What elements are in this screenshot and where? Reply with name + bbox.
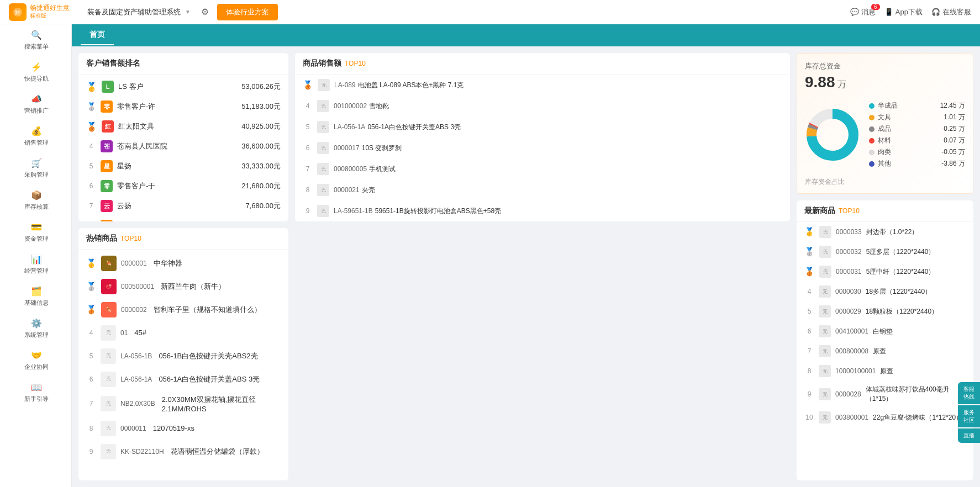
product-img: 无	[819, 325, 831, 337]
medal-icon: 🥇	[86, 258, 97, 268]
product-image: 无	[101, 348, 116, 364]
hot-products-header: 热销商品 TOP10	[78, 228, 288, 250]
product-image: 无	[101, 444, 116, 459]
sidebar-item-finance[interactable]: 💳 资金管理	[0, 216, 71, 248]
top-product-row: 4 无 001000002雪地靴	[295, 96, 790, 117]
product-code: 01	[120, 329, 128, 337]
product-img: 无	[317, 163, 329, 175]
nav-home[interactable]: 首页	[81, 25, 114, 45]
sales-icon: 💰	[31, 126, 42, 136]
product-img: 无	[819, 345, 831, 357]
hotline-button[interactable]: 客服热线	[958, 382, 980, 404]
product-name: 12070519-xs	[153, 424, 281, 432]
customer-name: 星扬	[117, 161, 237, 171]
sidebar-item-cooperation[interactable]: 🤝 企业协同	[0, 345, 71, 377]
hot-product-row: 🥈 🥩 000500001 新西兰牛肉（新牛）	[78, 275, 288, 298]
new-product-row: 4 无 0000030 18多层（1220*2440）	[797, 282, 973, 301]
medal-icon: 🥈	[86, 282, 97, 292]
hot-products-card: 热销商品 TOP10 🥇 🍖 0000001 中华神器	[78, 228, 288, 480]
product-info: 001000002雪地靴	[334, 102, 782, 111]
rank-row: 5 星 星扬 33,333.00元	[78, 156, 288, 176]
legend-row: 其他 -3.86 万	[869, 159, 965, 168]
customer-avatar: 星	[101, 160, 113, 172]
product-code: 004100001	[835, 327, 868, 335]
customer-avatar: 零	[101, 180, 113, 192]
sidebar-item-guide[interactable]: 📖 新手引导	[0, 377, 71, 409]
new-product-row: 9 无 0000028 体城蒸枝味苏打饮品400毫升（1*15）	[797, 381, 973, 407]
rank-number: 9	[303, 207, 313, 215]
sidebar-item-operations[interactable]: 📊 经营管理	[0, 248, 71, 280]
flash-icon: ⚡	[31, 62, 42, 72]
sidebar-item-basics[interactable]: 🗂️ 基础信息	[0, 280, 71, 313]
top-product-row: 8 无 0000021夹壳	[295, 179, 790, 200]
product-img: 无	[819, 266, 831, 278]
settings-icon[interactable]: ⚙	[197, 4, 213, 20]
rank-number: 5	[86, 162, 96, 170]
product-name: 22g鱼豆腐·烧烤味（1*12*20）	[873, 413, 966, 422]
product-code: KK-SD22110H	[120, 448, 164, 456]
sidebar-item-search[interactable]: 🔍 搜索菜单	[0, 24, 71, 56]
inventory-chart-area: 半成品 12.45 万 文具 1.01 万 成品 0	[797, 96, 973, 174]
sidebar-item-marketing[interactable]: 📣 营销推广	[0, 88, 71, 120]
try-plan-button[interactable]: 体验行业方案	[217, 4, 278, 20]
customer-name: 零售客户-于	[117, 181, 237, 191]
legend-row: 半成品 12.45 万	[869, 101, 965, 110]
sidebar-item-nav[interactable]: ⚡ 快捷导航	[0, 56, 71, 88]
rank-row: 🥇 L LS 客户 53,006.26元	[78, 77, 288, 97]
online-service-button[interactable]: 🎧 在线客服	[931, 7, 971, 17]
new-product-row: 6 无 004100001 白钢垫	[797, 321, 973, 341]
rank-number: 6	[303, 144, 313, 152]
product-img: 无	[317, 184, 329, 196]
rank-number: 5	[804, 308, 814, 315]
customer-name: 肖总	[117, 221, 241, 221]
product-image: 无	[101, 372, 116, 387]
top-product-row: 7 无 000800005手机测试	[295, 158, 790, 179]
new-product-row: 8 无 10000100001 原查	[797, 361, 973, 381]
new-product-row: 7 无 000800008 原查	[797, 341, 973, 361]
product-code: 0000001	[121, 260, 147, 267]
top-products-mid-table: 🥉 无 LA-089电池盖 LA-089 ABS本色+黑种 7.1克 4 无 0…	[295, 75, 790, 221]
sidebar-item-purchase[interactable]: 🛒 采购管理	[0, 152, 71, 184]
top-product-row: 5 无 LA-056-1A056-1A白色按键开关盖ABS 3壳	[295, 117, 790, 137]
product-image: 无	[101, 325, 116, 341]
customer-avatar: 红	[102, 120, 114, 133]
sidebar-item-sales[interactable]: 💰 销售管理	[0, 120, 71, 152]
hot-product-row: 🥉 🍖 0000002 智利车子里（规格不知道填什么）	[78, 298, 288, 321]
top-products-mid-card: 商品销售额 TOP10 🥉 无 LA-089电池盖 LA-089 ABS本色+黑…	[295, 53, 790, 221]
page-nav: 首页	[72, 24, 980, 46]
search-icon: 🔍	[31, 30, 42, 40]
customer-avatar: L	[102, 81, 114, 93]
product-image: 无	[101, 396, 116, 411]
customer-avatar: 苍	[101, 140, 113, 152]
rank-number: 9	[804, 390, 814, 398]
product-info: LA-089电池盖 LA-089 ABS本色+黑种 7.1克	[334, 81, 782, 90]
live-button[interactable]: 直播	[958, 428, 980, 443]
top-right-area: 💬 消息 6 📱 App下载 🎧 在线客服	[850, 7, 971, 17]
product-code: 10000100001	[835, 367, 876, 375]
logo-icon: 财	[9, 3, 27, 21]
legend-dot	[869, 138, 874, 144]
legend-value: 0.07 万	[944, 136, 965, 145]
rank-row: 7 云 云扬 7,680.00元	[78, 196, 288, 216]
rank-number: 8	[86, 425, 96, 432]
sidebar-item-inventory[interactable]: 📦 库存核算	[0, 184, 71, 216]
purchase-icon: 🛒	[31, 158, 42, 168]
inventory-icon: 📦	[31, 190, 42, 200]
new-product-row: 🥈 无 0000032 5厘多层（1220*2440）	[797, 242, 973, 262]
message-button[interactable]: 💬 消息 6	[850, 7, 876, 17]
app-download-button[interactable]: 📱 App下载	[884, 7, 923, 17]
medal-icon: 🥉	[86, 121, 97, 132]
product-name: 5厘多层（1220*2440）	[866, 247, 966, 257]
product-name: 45#	[134, 329, 281, 337]
left-panel: 客户销售额排名 🥇 L LS 客户 53,006.26元 🥈 零	[78, 53, 288, 480]
system-selector[interactable]: 装备及固定资产辅助管理系统 ▼	[81, 7, 197, 17]
marketing-icon: 📣	[31, 94, 42, 104]
legend-row: 文具 1.01 万	[869, 113, 965, 122]
community-button[interactable]: 服务社区	[958, 405, 980, 427]
sidebar-item-system[interactable]: ⚙️ 系统管理	[0, 313, 71, 345]
cooperation-icon: 🤝	[31, 350, 42, 361]
sidebar-label: 营销推广	[24, 107, 49, 115]
product-img: 无	[317, 142, 329, 154]
medal-icon: 🥇	[804, 227, 815, 237]
top-products-mid-title: 商品销售额	[303, 59, 341, 68]
